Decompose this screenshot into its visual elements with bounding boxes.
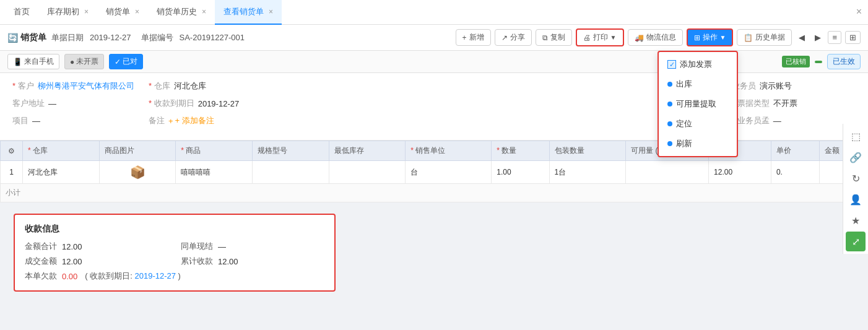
tab-inventory-label: 库存期初 <box>47 6 79 17</box>
effective-badge <box>815 61 822 63</box>
row-sales-unit: 台 <box>406 161 492 184</box>
tab-sales-order-close[interactable]: × <box>135 7 139 16</box>
sidebar-user-icon[interactable]: 👤 <box>846 189 866 209</box>
doc-type: 🔄 销货单 <box>7 32 46 43</box>
payment-title: 收款信息 <box>25 224 324 235</box>
warehouse-field: 仓库 河北仓库 <box>149 80 719 92</box>
col-unit-price: 单价 <box>771 141 819 161</box>
row-min-stock <box>329 161 406 184</box>
outbound-dot-icon <box>667 82 672 87</box>
tab-view-sales-label: 查看销货单 <box>224 6 264 17</box>
copy-button[interactable]: ⧉ 复制 <box>536 29 572 46</box>
arrears-date[interactable]: 2019-12-27 <box>134 271 176 280</box>
print-button[interactable]: 🖨 打印 ▼ <box>576 28 624 46</box>
tab-sales-history[interactable]: 销货单历史 × <box>148 0 215 25</box>
logistics-button[interactable]: 🚚 物流信息 <box>628 29 683 46</box>
print-icon: 🖨 <box>583 33 591 42</box>
locate-dot-icon <box>667 121 672 126</box>
check-label: 已对 <box>123 56 137 67</box>
not-open-ticket-button[interactable]: ● 未开票 <box>64 54 104 69</box>
tab-inventory-close[interactable]: × <box>84 7 89 16</box>
tab-view-sales-close[interactable]: × <box>269 7 273 16</box>
invoice-value: 不开票 <box>773 98 797 109</box>
tab-sales-history-close[interactable]: × <box>202 7 206 16</box>
logistics-label: 物流信息 <box>646 32 676 43</box>
add-note-btn[interactable]: + + 添加备注 <box>168 115 214 126</box>
tab-sales-history-label: 销货单历史 <box>157 6 197 17</box>
project-field: 项目 — <box>12 115 136 126</box>
add-invoice-label: 添加发票 <box>680 59 712 70</box>
note-field: 备注 + + 添加备注 <box>149 115 719 126</box>
grid-view-icon[interactable]: ⊞ <box>845 31 861 44</box>
sidebar-star-icon[interactable]: ★ <box>846 211 866 230</box>
note-label: 备注 <box>149 115 165 126</box>
address-value: — <box>48 99 56 108</box>
doc-date-label: 单据日期 2019-12-27 <box>51 32 131 43</box>
history-button[interactable]: 📋 历史单据 <box>737 29 792 46</box>
settings-icon[interactable]: ⚙ <box>8 147 15 155</box>
total-amount-value: 12.00 <box>62 242 82 251</box>
check-icon: ✓ <box>115 58 121 66</box>
sold-badge: 已核销 <box>782 56 810 67</box>
address-label: 客户地址 <box>12 98 45 109</box>
main-toolbar: 🔄 销货单 单据日期 2019-12-27 单据编号 SA-20191227-0… <box>0 25 868 51</box>
refresh-item[interactable]: 刷新 <box>659 134 737 154</box>
deal-amount-value: 12.00 <box>62 257 82 266</box>
print-label: 打印 <box>593 32 608 43</box>
copy-icon: ⧉ <box>542 33 548 42</box>
project-value: — <box>32 116 40 126</box>
col-min-stock: 最低库存 <box>329 141 406 161</box>
salesperson-field: 业务员孟 — <box>732 115 856 126</box>
outbound-item[interactable]: 出库 <box>659 74 737 94</box>
total-received-label: 累计收款 <box>181 256 213 267</box>
doc-type-label: 销货单 <box>20 32 46 43</box>
next-arrow[interactable]: ▶ <box>812 32 824 43</box>
add-button[interactable]: + 新增 <box>456 29 491 46</box>
toolbar-actions: + 新增 ↗ 分享 ⧉ 复制 🖨 打印 ▼ 🚚 物流信息 ⊞ 操 <box>456 28 861 46</box>
customer-value[interactable]: 柳州粤港平安气体有限公司 <box>38 80 134 92</box>
sub-total-row: 小计 <box>1 184 868 202</box>
from-mobile-button[interactable]: 📱 来自手机 <box>7 54 59 69</box>
copy-label: 复制 <box>550 32 565 43</box>
total-amount-row: 金额合计 12.00 <box>25 241 168 252</box>
sidebar-expand-icon[interactable]: ⬚ <box>846 126 866 146</box>
row-pack-qty: 1台 <box>549 161 626 184</box>
sidebar-fullscreen-icon[interactable]: ⤢ <box>846 232 866 251</box>
window-close-btn[interactable]: × <box>856 6 862 17</box>
share-button[interactable]: ↗ 分享 <box>495 29 532 46</box>
available-qty-item[interactable]: 可用量提取 <box>659 94 737 114</box>
tab-sales-order[interactable]: 销货单 × <box>97 0 148 25</box>
print-dropdown-icon: ▼ <box>610 34 617 41</box>
doc-meta: 单据日期 2019-12-27 单据编号 SA-20191227-001 <box>51 32 451 43</box>
add-invoice-item[interactable]: ✓ 添加发票 <box>659 54 737 74</box>
prev-arrow[interactable]: ◀ <box>796 32 808 43</box>
sidebar-refresh-icon[interactable]: ↻ <box>846 168 866 188</box>
col-spec: 规格型号 <box>253 141 329 161</box>
col-settings[interactable]: ⚙ <box>1 141 23 161</box>
locate-label: 定位 <box>676 118 692 129</box>
tab-home[interactable]: 首页 <box>5 0 38 25</box>
deal-amount-label: 成交金额 <box>25 256 57 267</box>
locate-item[interactable]: 定位 <box>659 114 737 134</box>
row-unit-price: 0. <box>771 161 819 184</box>
same-order-label: 同单现结 <box>181 241 213 252</box>
tab-view-sales[interactable]: 查看销货单 × <box>215 0 282 25</box>
warehouse-label: 仓库 <box>149 80 170 92</box>
project-label: 项目 <box>12 115 28 126</box>
right-sidebar: ⬚ 🔗 ↻ 👤 ★ ⤢ <box>843 124 868 254</box>
history-label: 历史单据 <box>755 32 785 43</box>
row-quantity: 1.00 <box>492 161 549 184</box>
operate-button[interactable]: ⊞ 操作 ▼ <box>687 28 734 46</box>
from-mobile-label: 来自手机 <box>24 56 54 67</box>
refresh-dot-icon <box>667 141 672 146</box>
tab-inventory-init[interactable]: 库存期初 × <box>38 0 97 25</box>
star-icon: ★ <box>851 215 860 227</box>
list-view-icon[interactable]: ≡ <box>828 31 841 44</box>
link-icon: 🔗 <box>849 152 862 163</box>
col-sales-unit: 销售单位 <box>406 141 492 161</box>
customer-label: 客户 <box>12 80 34 92</box>
payment-date-field: 收款到期日 2019-12-27 <box>149 98 719 109</box>
sidebar-link-icon[interactable]: 🔗 <box>846 147 866 167</box>
check-button[interactable]: ✓ 已对 <box>109 54 143 69</box>
effective-badge-blue: 已生效 <box>827 54 861 69</box>
